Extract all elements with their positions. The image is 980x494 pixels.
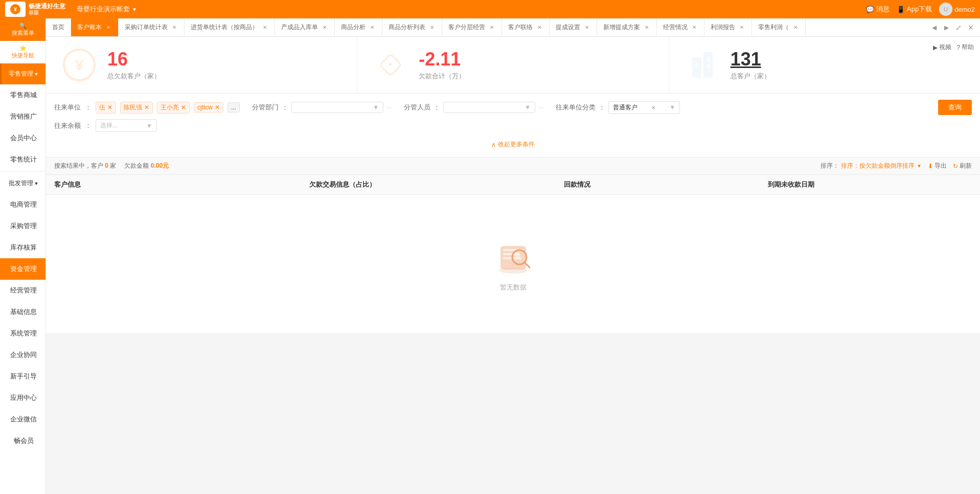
- tab-inbound-stats[interactable]: 进货单统计表（按商品） ✕: [185, 18, 275, 36]
- tab-product-analysis[interactable]: 商品分析 ✕: [335, 18, 382, 36]
- tab-improve-settings-close[interactable]: ✕: [583, 24, 590, 31]
- filter-tag-wu: 伍 ✕: [96, 102, 116, 114]
- tab-purchase-order-label: 采购订单统计表: [125, 23, 168, 32]
- filter-area: 往来单位 ： 伍 ✕ 陈民强 ✕ 王小亮 ✕: [46, 94, 980, 158]
- tab-customer-segment-close[interactable]: ✕: [488, 24, 495, 31]
- tab-operation-status[interactable]: 经营情况 ✕: [657, 18, 704, 36]
- tab-customer-account-close[interactable]: ✕: [105, 24, 112, 31]
- sidebar-item-basic-info[interactable]: 基础信息: [0, 301, 45, 323]
- tab-home[interactable]: 首页: [46, 18, 71, 36]
- tab-product-analysis-list[interactable]: 商品分析列表 ✕: [382, 18, 442, 36]
- tab-retail-profit[interactable]: 零售利润（ ✕: [752, 18, 806, 36]
- sidebar-item-wholesale[interactable]: 批发管理 ▼: [0, 173, 45, 194]
- tab-customer-account[interactable]: 客户账本 ✕: [71, 18, 119, 36]
- query-button[interactable]: 查询: [938, 100, 972, 115]
- tab-customer-contact-close[interactable]: ✕: [536, 24, 543, 31]
- tab-close-all-btn[interactable]: ✕: [966, 23, 976, 33]
- filter-tag-cjttcw-text: cjttcw: [197, 104, 213, 111]
- tab-purchase-order-close[interactable]: ✕: [171, 24, 178, 31]
- tab-operation-status-close[interactable]: ✕: [691, 24, 698, 31]
- filter-dept-more[interactable]: ···: [386, 104, 392, 111]
- filter-personnel-more[interactable]: ···: [538, 104, 543, 111]
- sidebar-item-marketing[interactable]: 营销推广: [0, 106, 45, 127]
- sidebar-item-inventory-label: 库存核算: [10, 243, 37, 251]
- tab-purchase-order[interactable]: 采购订单统计表 ✕: [119, 18, 185, 36]
- filter-more-tags[interactable]: ...: [227, 102, 240, 113]
- sidebar-item-app-center-label: 应用中心: [10, 394, 37, 401]
- sidebar-item-purchase[interactable]: 采购管理: [0, 215, 45, 237]
- tab-inbound-stats-close[interactable]: ✕: [261, 24, 268, 31]
- message-btn[interactable]: 💬 消息: [866, 5, 890, 14]
- sort-button[interactable]: 排序： 排序：按欠款金额倒序排序 ▼: [821, 162, 922, 170]
- workspace-arrow[interactable]: ▼: [132, 7, 137, 12]
- sidebar-item-enterprise-wechat[interactable]: 企业微信: [0, 409, 45, 430]
- tab-maximize-btn[interactable]: ⤢: [953, 23, 964, 33]
- sidebar-item-member-center[interactable]: 会员中心: [0, 127, 45, 149]
- sidebar-item-retail-mall[interactable]: 零售商城: [0, 84, 45, 106]
- sidebar-item-ecommerce-label: 电商管理: [10, 200, 37, 208]
- sidebar-item-inventory[interactable]: 库存核算: [0, 237, 45, 258]
- tab-product-analysis-label: 商品分析: [341, 23, 366, 32]
- tab-next-btn[interactable]: ▶: [941, 23, 951, 33]
- tab-product-analysis-close[interactable]: ✕: [369, 24, 376, 31]
- sidebar-item-member[interactable]: 畅会员: [0, 430, 45, 452]
- sidebar-item-enterprise-coop[interactable]: 企业协同: [0, 344, 45, 366]
- filter-tag-chen-remove[interactable]: ✕: [144, 104, 149, 111]
- sidebar-item-system[interactable]: 系统管理: [0, 323, 45, 344]
- svg-point-20: [514, 252, 520, 258]
- tab-retail-profit-close[interactable]: ✕: [792, 24, 799, 31]
- user-menu[interactable]: U demo2: [939, 3, 975, 16]
- tab-new-improve[interactable]: 新增提成方案 ✕: [597, 18, 657, 36]
- tab-customer-account-label: 客户账本: [77, 23, 102, 32]
- sidebar-item-retail-mgmt[interactable]: 零售管理 ▼: [0, 63, 45, 84]
- logo-sub: 标版: [29, 10, 65, 16]
- tab-profit-report-close[interactable]: ✕: [738, 24, 745, 31]
- workspace-selector-wrap[interactable]: 母婴行业演示帐套 ▼: [77, 5, 137, 14]
- help-btn[interactable]: ? 帮助: [956, 43, 974, 52]
- filter-category-tag-remove[interactable]: ✕: [651, 105, 655, 110]
- tab-profit-report[interactable]: 利润报告 ✕: [704, 18, 752, 36]
- sidebar-item-newbie[interactable]: 新手引导: [0, 366, 45, 387]
- stat-content-debt: -2.11 欠款合计（万）: [419, 49, 465, 81]
- tab-improve-settings[interactable]: 提成设置 ✕: [550, 18, 597, 36]
- filter-category-input[interactable]: 普通客户 ✕ ▼: [608, 101, 680, 114]
- tab-customer-segment[interactable]: 客户分层经营 ✕: [442, 18, 502, 36]
- filter-personnel-input[interactable]: ▼: [443, 102, 535, 113]
- app-download-btn[interactable]: 📱 App下载: [897, 5, 932, 14]
- results-right: 排序： 排序：按欠款金额倒序排序 ▼ ⬇ 导出 ↻ 刷新: [821, 162, 972, 170]
- sidebar-search[interactable]: 🔍 搜索菜单: [0, 18, 45, 41]
- customer-count: 0: [105, 162, 108, 169]
- page-content: ¥ 16 总欠款客户（家） ✦: [46, 37, 980, 494]
- tab-product-analysis-list-close[interactable]: ✕: [428, 24, 436, 31]
- filter-category-colon: ：: [599, 103, 605, 112]
- top-right: 💬 消息 📱 App下载 U demo2: [866, 3, 975, 16]
- collapse-btn[interactable]: ∧ 收起更多条件: [54, 138, 972, 151]
- tab-controls: ◀ ▶ ⤢ ✕: [925, 23, 980, 33]
- export-btn[interactable]: ⬇ 导出: [928, 162, 947, 170]
- sidebar-item-enterprise-wechat-label: 企业微信: [10, 415, 37, 423]
- tab-cost-inbound-close[interactable]: ✕: [321, 24, 328, 31]
- sidebar-item-app-center[interactable]: 应用中心: [0, 387, 45, 409]
- stat-label-total-customer: 总客户（家）: [731, 72, 770, 81]
- filter-remain-input[interactable]: 选择... ▼: [96, 119, 157, 132]
- sidebar-item-retail-stats-label: 零售统计: [10, 155, 37, 163]
- refresh-btn[interactable]: ↻ 刷新: [953, 162, 972, 170]
- tab-customer-contact[interactable]: 客户联络 ✕: [502, 18, 550, 36]
- filter-tag-cjttcw-remove[interactable]: ✕: [215, 104, 220, 111]
- sidebar-item-retail-stats[interactable]: 零售统计: [0, 149, 45, 170]
- stat-label-debt: 欠款合计（万）: [419, 72, 465, 81]
- tab-cost-inbound[interactable]: 产成品入库单 ✕: [275, 18, 335, 36]
- video-btn[interactable]: ▶ 视频: [933, 43, 951, 52]
- sidebar-quick-nav[interactable]: ⭐ 快捷导航: [0, 41, 45, 63]
- sidebar-item-capital[interactable]: 资金管理: [0, 258, 45, 280]
- tab-new-improve-close[interactable]: ✕: [643, 24, 650, 31]
- filter-dept-input[interactable]: ▼: [291, 102, 383, 113]
- filter-unit-label: 往来单位: [54, 103, 81, 112]
- video-icon: ▶: [933, 44, 938, 51]
- collapse-icon: ∧: [491, 141, 496, 148]
- sidebar-item-ecommerce[interactable]: 电商管理: [0, 194, 45, 215]
- tab-prev-btn[interactable]: ◀: [929, 23, 939, 33]
- filter-tag-wang-remove[interactable]: ✕: [181, 104, 186, 111]
- filter-tag-wu-remove[interactable]: ✕: [107, 104, 112, 111]
- sidebar-item-operation[interactable]: 经营管理: [0, 280, 45, 301]
